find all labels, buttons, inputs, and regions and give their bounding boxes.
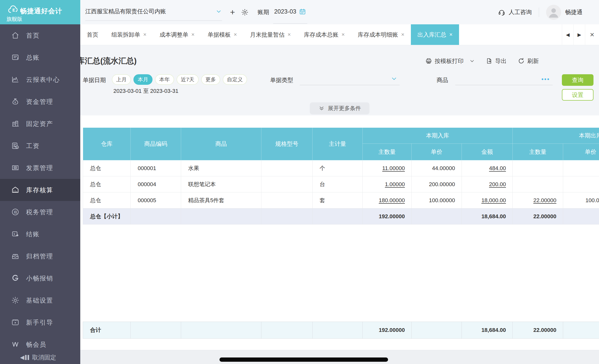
drilldown-link[interactable]: 22.00000 (533, 197, 556, 203)
cell-spec (261, 160, 313, 176)
main-area: 江西服宝精品有限责任公司内账 + 账期 2023-03 (80, 0, 599, 364)
period-label: 账期 (258, 8, 269, 16)
expand-more-conditions[interactable]: 展开更多条件 (310, 102, 369, 114)
close-icon[interactable]: × (234, 31, 237, 38)
period-picker[interactable]: 2023-03 (273, 0, 307, 24)
drilldown-link[interactable]: 484.00 (489, 165, 506, 171)
ellipsis-icon[interactable]: ••• (541, 76, 550, 82)
sidebar-item-fixed-assets[interactable]: 固定资产 (0, 113, 80, 135)
svg-text:¥: ¥ (13, 233, 15, 236)
sidebar-item-archive[interactable]: 归档管理 (0, 245, 80, 267)
horizontal-scrollbar[interactable] (219, 357, 388, 362)
cell-out-price: 100.00000 (563, 192, 599, 208)
sidebar-item-settings[interactable]: 基础设置 (0, 289, 80, 311)
pill-last-7-days[interactable]: 近7天 (177, 74, 199, 85)
drilldown-link[interactable]: 180.00000 (379, 197, 405, 203)
col-product: 商品 (181, 128, 261, 160)
tab-cost-adjust[interactable]: 成本调整单× (153, 24, 201, 45)
sidebar-item-payroll[interactable]: ¥ 工资 (0, 135, 80, 157)
support-button[interactable]: 人工咨询 (498, 8, 532, 16)
close-icon[interactable]: × (449, 31, 453, 38)
print-by-template-button[interactable]: 按模板打印 (425, 57, 475, 65)
close-icon[interactable]: × (191, 31, 195, 38)
payroll-icon: ¥ (11, 141, 20, 150)
table-row: 总仓 000001 水果 个 11.00000 44.00000 484.00 (83, 160, 599, 176)
drilldown-link[interactable]: 18,000.00 (481, 197, 506, 203)
tab-month-end-estimate[interactable]: 月末批量暂估× (244, 24, 297, 45)
warehouse-icon (11, 186, 20, 194)
refresh-icon (518, 57, 525, 64)
tab-scroll-right-button[interactable]: ▶ (573, 24, 585, 45)
query-button[interactable]: 查询 (562, 74, 593, 86)
tab-stock-cost-ledger[interactable]: 库存成本总账× (297, 24, 351, 45)
pill-more[interactable]: 更多 (201, 74, 220, 85)
tab-doc-template[interactable]: 单据模板× (201, 24, 244, 45)
cell-warehouse: 总仓 (83, 160, 131, 176)
date-range-value[interactable]: 2023-03-01 至 2023-03-31 (113, 87, 247, 95)
tab-stock-cost-detail[interactable]: 库存成本明细账× (351, 24, 411, 45)
sidebar-item-inventory[interactable]: 库存核算 (0, 179, 80, 201)
drilldown-link[interactable]: 200.00 (489, 181, 506, 187)
sidebar-item-invoices[interactable]: ¥ 发票管理 (0, 157, 80, 179)
tax-icon: 税 (11, 208, 20, 216)
grand-total-table: 合计 192.00000 18,684.00 22.00000 (83, 322, 599, 339)
cell-in-qty: 11.00000 (363, 160, 412, 176)
archive-icon (11, 252, 20, 260)
col-in-price: 单价 (412, 144, 462, 160)
sidebar-item-general-ledger[interactable]: ¥ 总账 (0, 46, 80, 68)
col-in-qty: 主数量 (363, 144, 412, 160)
drilldown-link[interactable]: 11.00000 (382, 165, 405, 171)
sidebar-item-label: 发票管理 (26, 164, 53, 172)
close-icon[interactable]: × (401, 31, 404, 38)
refresh-button[interactable]: 刷新 (518, 57, 539, 65)
cell-product: 精品茶具5件套 (181, 192, 261, 208)
tab-scroll-left-button[interactable]: ◀ (562, 24, 573, 45)
doc-type-label: 单据类型 (270, 76, 293, 84)
sidebar-item-label: 新手引导 (26, 318, 53, 327)
cell-product: 水果 (181, 160, 261, 176)
unpin-sidebar-button[interactable]: ◀ 取消固定 (0, 351, 80, 364)
pill-this-month[interactable]: 本月 (133, 74, 153, 85)
cell-unit: 个 (313, 160, 363, 176)
sidebar-item-home[interactable]: 首页 (0, 24, 80, 46)
avatar[interactable] (546, 5, 561, 20)
sidebar-item-closing[interactable]: ¥ 结账 (0, 223, 80, 245)
period-value: 2023-03 (274, 8, 296, 15)
close-icon[interactable]: × (341, 31, 345, 38)
ledger-icon: ¥ (11, 53, 20, 62)
close-icon[interactable]: × (288, 31, 291, 38)
drilldown-link[interactable]: 1.00000 (385, 181, 405, 187)
page-header: 出入库汇总(流水汇总) 按模板打印 (80, 45, 599, 70)
expense-logo-icon (11, 274, 20, 282)
company-selector[interactable]: 江西服宝精品有限责任公司内账 (85, 3, 222, 21)
pill-this-year[interactable]: 本年 (155, 74, 174, 85)
sidebar-item-tax[interactable]: 税 税务管理 (0, 201, 80, 223)
doc-type-select[interactable] (300, 74, 400, 85)
pill-custom[interactable]: 自定义 (223, 74, 247, 85)
gear-icon (241, 8, 249, 16)
sidebar-item-expense[interactable]: 小畅报销 (0, 267, 80, 289)
sidebar-item-label: 小畅报销 (26, 274, 53, 282)
close-icon[interactable]: × (143, 31, 146, 38)
export-button[interactable]: 导出 (486, 57, 507, 65)
add-account-button[interactable]: + (228, 0, 238, 24)
tab-assembly-order[interactable]: 组装拆卸单× (105, 24, 153, 45)
tab-stock-io-summary[interactable]: 出入库汇总× (411, 24, 459, 45)
settings-button[interactable]: 设置 (562, 89, 593, 101)
total-row: 合计 192.00000 18,684.00 22.00000 (83, 322, 599, 339)
svg-text:税: 税 (14, 210, 17, 214)
tab-home[interactable]: 首页 (80, 24, 105, 45)
pill-last-month[interactable]: 上月 (112, 74, 131, 85)
table-row: 总仓 000005 精品茶具5件套 套 180.00000 100.00000 … (83, 192, 599, 208)
user-name[interactable]: 畅捷通 (565, 8, 582, 16)
sidebar-item-funds[interactable]: ¥ 资金管理 (0, 91, 80, 113)
accounting-period: 账期 2023-03 (258, 0, 307, 24)
chevron-down-icon[interactable] (470, 58, 475, 63)
sidebar-item-guide[interactable]: 新手引导 (0, 311, 80, 333)
close-all-tabs-button[interactable]: × (585, 24, 599, 45)
sidebar-item-cloud-reports[interactable]: 云报表中心 (0, 68, 80, 91)
cell-out-qty: 22.00000 (513, 192, 563, 208)
product-filter-label: 商品 (437, 76, 448, 84)
product-picker-field[interactable]: ••• (455, 74, 553, 85)
account-settings-button[interactable] (239, 0, 251, 24)
